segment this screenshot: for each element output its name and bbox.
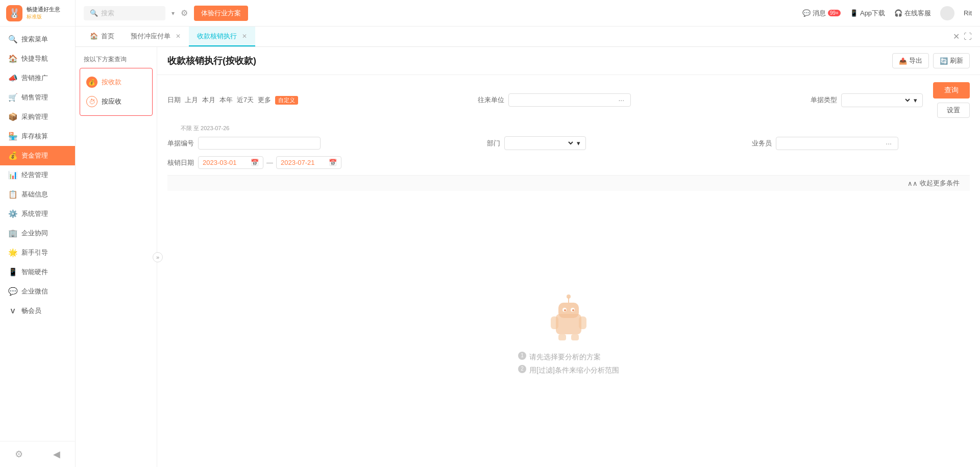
logo-text-block: 畅捷通好生意 标准版 xyxy=(27,6,60,20)
shortcut-this-month[interactable]: 本月 xyxy=(202,95,215,105)
collapse-more-label: 收起更多条件 xyxy=(920,179,960,188)
search-box[interactable]: 🔍 搜索 xyxy=(84,6,165,20)
fullscreen-icon[interactable]: ⛶ xyxy=(964,32,972,41)
online-service-item[interactable]: 🎧 在线客服 xyxy=(894,9,931,18)
voucher-no-input[interactable] xyxy=(204,139,315,147)
empty-robot-illustration xyxy=(541,288,597,345)
custom-date-badge[interactable]: 自定义 xyxy=(275,96,298,105)
quick-nav-icon: 🏠 xyxy=(8,54,17,63)
calendar-end-icon[interactable]: 📅 xyxy=(329,159,337,166)
sidebar-item-finance[interactable]: 💰 资金管理 xyxy=(0,146,75,165)
sidebar-label-marketing: 营销推广 xyxy=(21,73,48,83)
sidebar: 🐰 畅捷通好生意 标准版 🔍 搜索菜单 🏠 快捷导航 📣 营销推广 🛒 销售管理… xyxy=(0,0,76,467)
finance-icon: 💰 xyxy=(8,151,17,160)
form-row-1: 日期 上月 本月 本年 近7天 更多 自定义 往来单位 xyxy=(167,82,970,118)
salesperson-ellipsis-icon[interactable]: ··· xyxy=(885,139,893,148)
sidebar-label-weixin: 企业微信 xyxy=(21,287,48,296)
shortcut-last-month[interactable]: 上月 xyxy=(185,95,198,105)
writeoff-date-label: 核销日期 xyxy=(167,158,194,167)
refresh-button[interactable]: 🔄 刷新 xyxy=(933,53,970,68)
export-button[interactable]: 📤 导出 xyxy=(892,53,929,68)
sidebar-item-guide[interactable]: 🌟 新手引导 xyxy=(0,243,75,262)
export-label: 导出 xyxy=(909,56,922,65)
shortcut-this-year[interactable]: 本年 xyxy=(219,95,233,105)
tab-home[interactable]: 🏠 首页 xyxy=(82,27,122,46)
writeoff-date-group: 核销日期 📅 — 📅 xyxy=(167,156,341,169)
tab-home-label: 首页 xyxy=(101,32,114,41)
industry-solution-button[interactable]: 体验行业方案 xyxy=(194,6,248,21)
collapse-chevron-icon: ∧∧ xyxy=(908,180,918,187)
svg-rect-4 xyxy=(571,334,579,340)
tip-2-text: 用[过滤]条件来缩小分析范围 xyxy=(529,364,619,377)
department-select[interactable] xyxy=(510,139,575,148)
settings-gear-icon[interactable]: ⚙ xyxy=(181,8,188,18)
filter-sidebar-collapse-button[interactable]: » xyxy=(153,252,163,262)
writeoff-date-range: 📅 — 📅 xyxy=(198,156,341,169)
filter-title: 按以下方案查询 xyxy=(80,53,153,68)
tab-bar: 🏠 首页 预付冲应付单 ✕ 收款核销执行 ✕ ✕ ⛶ xyxy=(76,27,980,47)
search-form: 日期 上月 本月 本年 近7天 更多 自定义 往来单位 xyxy=(157,75,980,198)
query-button[interactable]: 查询 xyxy=(933,82,970,99)
shortcut-7days[interactable]: 近7天 xyxy=(237,95,254,105)
counterparty-input[interactable] xyxy=(514,96,615,104)
message-icon: 💬 xyxy=(802,9,811,17)
tab-prepay-close-icon[interactable]: ✕ xyxy=(176,33,181,40)
settings-bottom-icon[interactable]: ⚙ xyxy=(12,446,26,463)
date-group: 日期 上月 本月 本年 近7天 更多 自定义 xyxy=(167,95,298,105)
voucher-no-group: 单据编号 xyxy=(167,137,321,150)
sidebar-label-quick-nav: 快捷导航 xyxy=(21,54,48,63)
sidebar-item-purchase[interactable]: 📦 采购管理 xyxy=(0,107,75,127)
salesperson-input[interactable] xyxy=(781,139,883,147)
filter-by-receipt[interactable]: 💰 按收款 xyxy=(80,72,152,92)
sidebar-item-sales[interactable]: 🛒 销售管理 xyxy=(0,88,75,107)
sidebar-item-operations[interactable]: 📊 经营管理 xyxy=(0,165,75,185)
sidebar-item-search-menu[interactable]: 🔍 搜索菜单 xyxy=(0,30,75,49)
sidebar-item-marketing[interactable]: 📣 营销推广 xyxy=(0,68,75,88)
sidebar-item-quick-nav[interactable]: 🏠 快捷导航 xyxy=(0,49,75,68)
sidebar-item-system[interactable]: ⚙️ 系统管理 xyxy=(0,204,75,224)
header-actions: 📤 导出 🔄 刷新 xyxy=(892,53,970,68)
basic-info-icon: 📋 xyxy=(8,190,17,199)
tab-writeoff-close-icon[interactable]: ✕ xyxy=(242,33,247,40)
export-icon: 📤 xyxy=(899,57,907,65)
main-content: 收款核销执行(按收款) 📤 导出 🔄 刷新 xyxy=(157,47,980,467)
sidebar-item-inventory[interactable]: 🏪 库存核算 xyxy=(0,127,75,146)
tab-prepay[interactable]: 预付冲应付单 ✕ xyxy=(122,27,189,46)
writeoff-date-start-input[interactable] xyxy=(203,159,249,166)
svg-point-11 xyxy=(567,294,571,299)
collapse-row: ∧∧ 收起更多条件 xyxy=(167,175,970,191)
counterparty-ellipsis-icon[interactable]: ··· xyxy=(617,96,625,104)
search-chevron-icon: ▾ xyxy=(172,10,175,17)
voucher-type-chevron-icon: ▾ xyxy=(914,96,917,104)
app-name: 畅捷通好生意 xyxy=(27,6,60,13)
shortcut-more[interactable]: 更多 xyxy=(258,95,271,105)
sidebar-label-sales: 销售管理 xyxy=(21,93,48,102)
voucher-type-select[interactable] xyxy=(847,96,912,105)
svg-rect-3 xyxy=(558,334,566,340)
svg-point-8 xyxy=(564,309,566,311)
receipt-icon: 💰 xyxy=(86,77,97,88)
sidebar-item-basic-info[interactable]: 📋 基础信息 xyxy=(0,185,75,204)
filter-by-receivable[interactable]: ⏱ 按应收 xyxy=(80,92,152,111)
sidebar-item-enterprise[interactable]: 🏢 企业协同 xyxy=(0,224,75,243)
collapse-more-button[interactable]: ∧∧ 收起更多条件 xyxy=(908,179,960,188)
app-download-icon: 📱 xyxy=(850,9,858,17)
tab-prepay-label: 预付冲应付单 xyxy=(131,32,170,41)
logo-icon: 🐰 xyxy=(6,5,22,21)
sidebar-item-hardware[interactable]: 📱 智能硬件 xyxy=(0,262,75,282)
sidebar-item-weixin[interactable]: 💬 企业微信 xyxy=(0,282,75,301)
sidebar-item-member[interactable]: V 畅会员 xyxy=(0,301,75,321)
page-header: 收款核销执行(按收款) 📤 导出 🔄 刷新 xyxy=(157,47,980,75)
calendar-start-icon[interactable]: 📅 xyxy=(251,159,259,166)
form-row-3: 核销日期 📅 — 📅 xyxy=(167,156,970,169)
sidebar-label-enterprise: 企业协同 xyxy=(21,229,48,238)
setting-button[interactable]: 设置 xyxy=(937,103,970,118)
collapse-sidebar-icon[interactable]: ◀ xyxy=(50,446,63,463)
app-download-item[interactable]: 📱 App下载 xyxy=(850,9,885,18)
main-area: 🔍 搜索 ▾ ⚙ 体验行业方案 💬 消息 99+ 📱 App下载 🎧 在线客服 … xyxy=(76,0,980,467)
writeoff-date-end-input[interactable] xyxy=(281,159,327,166)
tabbar-controls: ✕ ⛶ xyxy=(953,27,974,46)
message-item[interactable]: 💬 消息 99+ xyxy=(802,9,841,18)
close-tab-icon[interactable]: ✕ xyxy=(953,32,960,41)
tab-writeoff[interactable]: 收款核销执行 ✕ xyxy=(189,27,255,46)
